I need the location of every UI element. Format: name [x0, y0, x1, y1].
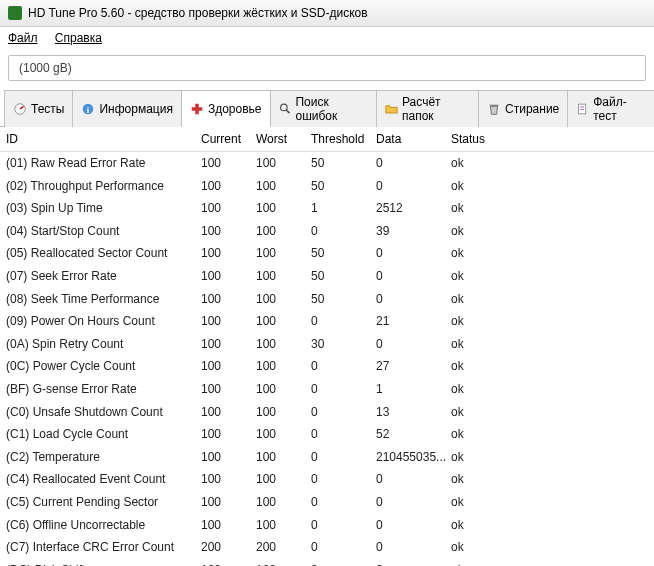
cell-threshold: 0 — [311, 312, 376, 331]
disk-selector[interactable]: (1000 gB) — [8, 55, 646, 81]
cell-worst: 100 — [256, 403, 311, 422]
table-row[interactable]: (09) Power On Hours Count100100021ok — [0, 310, 654, 333]
cell-id: (0C) Power Cycle Count — [6, 357, 201, 376]
table-row[interactable]: (0A) Spin Retry Count100100300ok — [0, 333, 654, 356]
tab-errorscan[interactable]: Поиск ошибок — [270, 90, 378, 127]
menu-file[interactable]: Файл — [8, 31, 38, 45]
window-titlebar: HD Tune Pro 5.60 - средство проверки жёс… — [0, 0, 654, 27]
table-row[interactable]: (C5) Current Pending Sector10010000ok — [0, 491, 654, 514]
disk-label: (1000 gB) — [19, 61, 72, 75]
cell-current: 100 — [201, 470, 256, 489]
table-body: (01) Raw Read Error Rate100100500ok(02) … — [0, 152, 654, 566]
cell-worst: 100 — [256, 267, 311, 286]
col-worst[interactable]: Worst — [256, 132, 311, 146]
cell-threshold: 0 — [311, 448, 376, 467]
cell-threshold: 30 — [311, 335, 376, 354]
table-row[interactable]: (C7) Interface CRC Error Count20020000ok — [0, 536, 654, 559]
col-current[interactable]: Current — [201, 132, 256, 146]
table-row[interactable]: (C4) Reallocated Event Count10010000ok — [0, 468, 654, 491]
col-status[interactable]: Status — [451, 132, 506, 146]
col-id[interactable]: ID — [6, 132, 201, 146]
cell-threshold: 50 — [311, 177, 376, 196]
cell-threshold: 1 — [311, 199, 376, 218]
cell-id: (02) Throughput Performance — [6, 177, 201, 196]
tab-filetest[interactable]: Файл-тест — [567, 90, 654, 127]
tab-info[interactable]: i Информация — [72, 90, 181, 127]
cell-id: (0A) Spin Retry Count — [6, 335, 201, 354]
cell-current: 100 — [201, 425, 256, 444]
health-plus-icon — [190, 102, 204, 116]
cell-id: (C4) Reallocated Event Count — [6, 470, 201, 489]
table-row[interactable]: (01) Raw Read Error Rate100100500ok — [0, 152, 654, 175]
cell-data: 1 — [376, 380, 451, 399]
cell-threshold: 50 — [311, 154, 376, 173]
cell-id: (BF) G-sense Error Rate — [6, 380, 201, 399]
col-threshold[interactable]: Threshold — [311, 132, 376, 146]
cell-threshold: 50 — [311, 244, 376, 263]
svg-rect-5 — [192, 107, 203, 111]
table-row[interactable]: (02) Throughput Performance100100500ok — [0, 175, 654, 198]
cell-data: 0 — [376, 244, 451, 263]
table-row[interactable]: (C6) Offline Uncorrectable10010000ok — [0, 514, 654, 537]
tab-folders[interactable]: Расчёт папок — [376, 90, 479, 127]
cell-threshold: 0 — [311, 425, 376, 444]
cell-id: (C5) Current Pending Sector — [6, 493, 201, 512]
tab-tests[interactable]: Тесты — [4, 90, 73, 127]
cell-id: (05) Reallocated Sector Count — [6, 244, 201, 263]
cell-id: (C0) Unsafe Shutdown Count — [6, 403, 201, 422]
cell-current: 100 — [201, 357, 256, 376]
cell-current: 100 — [201, 199, 256, 218]
menubar: Файл Справка — [0, 27, 654, 49]
tab-health[interactable]: Здоровье — [181, 90, 271, 127]
cell-current: 100 — [201, 290, 256, 309]
cell-status: ok — [451, 267, 506, 286]
cell-threshold: 50 — [311, 267, 376, 286]
cell-data: 27 — [376, 357, 451, 376]
table-row[interactable]: (05) Reallocated Sector Count100100500ok — [0, 242, 654, 265]
cell-id: (DC) Disk Shift — [6, 561, 201, 566]
menu-help[interactable]: Справка — [55, 31, 102, 45]
cell-data: 0 — [376, 177, 451, 196]
cell-threshold: 50 — [311, 290, 376, 309]
table-row[interactable]: (C0) Unsafe Shutdown Count100100013ok — [0, 401, 654, 424]
cell-threshold: 0 — [311, 470, 376, 489]
cell-data: 0 — [376, 516, 451, 535]
table-row[interactable]: (03) Spin Up Time10010012512ok — [0, 197, 654, 220]
table-row[interactable]: (07) Seek Error Rate100100500ok — [0, 265, 654, 288]
table-row[interactable]: (C1) Load Cycle Count100100052ok — [0, 423, 654, 446]
cell-status: ok — [451, 448, 506, 467]
cell-status: ok — [451, 493, 506, 512]
cell-worst: 100 — [256, 199, 311, 218]
cell-data: 0 — [376, 493, 451, 512]
table-row[interactable]: (BF) G-sense Error Rate10010001ok — [0, 378, 654, 401]
cell-data: 0 — [376, 267, 451, 286]
cell-status: ok — [451, 425, 506, 444]
table-row[interactable]: (0C) Power Cycle Count100100027ok — [0, 355, 654, 378]
table-row[interactable]: (C2) Temperature1001000210455035...ok — [0, 446, 654, 469]
cell-current: 100 — [201, 561, 256, 566]
table-row[interactable]: (04) Start/Stop Count100100039ok — [0, 220, 654, 243]
cell-worst: 100 — [256, 516, 311, 535]
cell-threshold: 0 — [311, 538, 376, 557]
gauge-icon — [13, 102, 27, 116]
cell-data: 0 — [376, 154, 451, 173]
cell-status: ok — [451, 154, 506, 173]
cell-status: ok — [451, 380, 506, 399]
cell-status: ok — [451, 335, 506, 354]
table-row[interactable]: (DC) Disk Shift10010000ok — [0, 559, 654, 566]
cell-threshold: 0 — [311, 561, 376, 566]
tab-erase[interactable]: Стирание — [478, 90, 568, 127]
cell-status: ok — [451, 561, 506, 566]
cell-threshold: 0 — [311, 516, 376, 535]
cell-worst: 100 — [256, 448, 311, 467]
cell-data: 2512 — [376, 199, 451, 218]
cell-data: 21 — [376, 312, 451, 331]
cell-id: (09) Power On Hours Count — [6, 312, 201, 331]
cell-data: 0 — [376, 335, 451, 354]
cell-id: (C6) Offline Uncorrectable — [6, 516, 201, 535]
col-data[interactable]: Data — [376, 132, 451, 146]
cell-current: 100 — [201, 403, 256, 422]
cell-status: ok — [451, 516, 506, 535]
table-row[interactable]: (08) Seek Time Performance100100500ok — [0, 288, 654, 311]
info-icon: i — [81, 102, 95, 116]
